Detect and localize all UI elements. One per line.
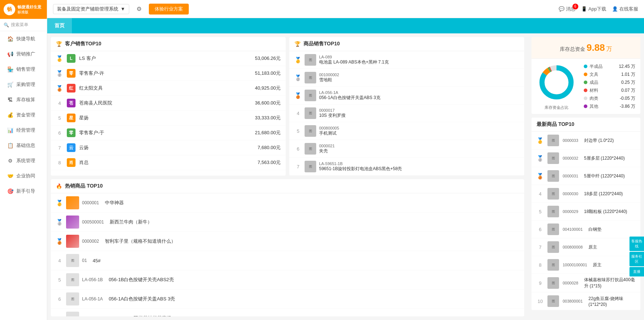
product-thumb: 图 bbox=[547, 152, 559, 164]
customer-service-button[interactable]: 客服热线 bbox=[629, 237, 644, 251]
product-thumb: 图 bbox=[547, 277, 559, 289]
product-thumb: 图 bbox=[547, 135, 559, 146]
sidebar-item-sales[interactable]: 🏪 销售管理 bbox=[0, 62, 47, 77]
list-item: 7 云 云扬 7,680.00元 bbox=[51, 140, 286, 155]
medal-icon: 🥈 bbox=[294, 74, 302, 81]
sidebar-search[interactable]: 🔍 搜索菜单 bbox=[0, 19, 47, 31]
medal-icon: 🥉 bbox=[56, 85, 63, 92]
top-header: 装备及固定资产辅助管理系统 ▼ ⚙ 体验行业方案 💬 消息 6 📱 App下载 … bbox=[47, 0, 644, 18]
sidebar-item-cooperation[interactable]: 🤝 企业协同 bbox=[0, 168, 47, 184]
logo-text: 畅捷通好生意 标准版 bbox=[17, 4, 41, 14]
logo-icon: 畅 bbox=[4, 4, 15, 15]
sidebar-item-system[interactable]: ⚙ 系统管理 bbox=[0, 153, 47, 168]
product-thumb: 图 bbox=[66, 273, 79, 286]
list-item: 🥉 图 LA-056-1A 056-1A白色按键开关盖ABS 3克 bbox=[289, 87, 524, 104]
list-item: 5 星 星扬 33,333.00元 bbox=[51, 111, 286, 126]
product-thumb: 图 bbox=[66, 254, 79, 267]
sidebar-item-shortcut[interactable]: 🏠 快捷导航 bbox=[0, 31, 47, 46]
nav-item-home[interactable]: 首页 bbox=[47, 18, 72, 33]
cooperation-icon: 🤝 bbox=[7, 173, 13, 179]
list-item: 7 图 LA-59651-1B 59651-1B旋转投影灯电池盒ABS黑色+58… bbox=[289, 158, 524, 176]
list-item: 7 图 NB2.0X30B 2.0X30MM双搓花轴搓花直径2.1MM/ROHS bbox=[51, 309, 524, 316]
list-item: 6 零 零售客户-于 21,680.00元 bbox=[51, 126, 286, 140]
main-area: 装备及固定资产辅助管理系统 ▼ ⚙ 体验行业方案 💬 消息 6 📱 App下载 … bbox=[47, 0, 644, 320]
list-item: 5 图 000800005 手机测试 bbox=[289, 122, 524, 140]
product-thumb: 图 bbox=[305, 54, 316, 66]
inventory-chart: 库存资金占比 半成品 12.45 万 文具 1.01 万 bbox=[531, 59, 640, 114]
content-area: 🏆 客户销售TOP10 🥇 L LS 客户 53,006.26元 bbox=[47, 33, 644, 320]
latest-products-header: 最新商品 TOP10 bbox=[531, 118, 640, 132]
sidebar-item-basic[interactable]: 📋 基础信息 bbox=[0, 138, 47, 153]
product-thumb: 图 bbox=[547, 241, 559, 253]
sidebar-item-purchase[interactable]: 🛒 采购管理 bbox=[0, 77, 47, 92]
list-item: 🥇 图 LA-089 电池盖 LA-089 ABS本色+黑种 7.1克 bbox=[289, 51, 524, 69]
list-item: 4 苍 苍南县人民医院 36,600.00元 bbox=[51, 96, 286, 111]
medal-icon: 🥉 bbox=[294, 92, 302, 99]
system-icon: ⚙ bbox=[7, 157, 13, 164]
list-item: 4 图 0000017 10S 变利罗搜 bbox=[289, 104, 524, 122]
product-thumb bbox=[66, 235, 79, 248]
list-item: 🥈 图 001000002 雪地鞋 bbox=[289, 69, 524, 87]
product-thumb bbox=[66, 196, 79, 209]
inventory-total: 库存总资金 9.88 万 bbox=[531, 37, 640, 59]
list-item: 6 图 004100001 白钢垫 bbox=[531, 221, 640, 238]
sidebar-item-guide[interactable]: 🎯 新手引导 bbox=[0, 184, 47, 199]
search-icon: 🔍 bbox=[4, 22, 9, 28]
service-community-button[interactable]: 服务社区 bbox=[629, 252, 644, 266]
home-icon: 🏠 bbox=[7, 36, 13, 42]
list-item: 🥉 红 红太阳文具 40,925.00元 bbox=[51, 81, 286, 96]
list-item: 🥈 000500001 新西兰牛肉（新牛） bbox=[51, 213, 524, 232]
customer-top10-header: 🏆 客户销售TOP10 bbox=[51, 37, 286, 51]
gear-button[interactable]: ⚙ bbox=[134, 4, 144, 15]
customer-list: 🥇 L LS 客户 53,006.26元 🥈 零 零售客户-许 51,183.0… bbox=[51, 51, 286, 170]
fire-icon: 🔥 bbox=[56, 183, 62, 189]
notification-button[interactable]: 💬 消息 6 bbox=[559, 6, 575, 12]
legend-dot bbox=[584, 81, 587, 84]
top-panels-row: 🏆 客户销售TOP10 🥇 L LS 客户 53,006.26元 bbox=[51, 37, 524, 176]
medal-icon: 🥇 bbox=[56, 55, 63, 62]
legend-dot bbox=[584, 104, 587, 108]
chevron-down-icon: ▼ bbox=[121, 6, 125, 12]
sidebar-item-inventory[interactable]: 🏗 库存核算 bbox=[0, 92, 47, 107]
list-item: 🥈 零 零售客户-许 51,183.00元 bbox=[51, 66, 286, 81]
product-thumb: 图 bbox=[547, 259, 559, 271]
sidebar-nav: 🏠 快捷导航 📢 营销推广 🏪 销售管理 🛒 采购管理 🏗 库存核算 💰 资金管… bbox=[0, 31, 47, 320]
list-item: 7 图 000800008 原主 bbox=[531, 238, 640, 256]
product-thumb bbox=[66, 216, 79, 229]
product-thumb: 图 bbox=[305, 107, 316, 119]
product-thumb: 图 bbox=[305, 90, 316, 101]
sidebar-item-operation[interactable]: 📊 经营管理 bbox=[0, 123, 47, 138]
product-thumb: 图 bbox=[305, 125, 316, 137]
product-thumb: 图 bbox=[547, 188, 559, 200]
medal-icon: 🥈 bbox=[56, 70, 63, 77]
finance-icon: 💰 bbox=[7, 112, 13, 118]
legend-item: 文具 1.01 万 bbox=[584, 71, 635, 78]
trial-button[interactable]: 体验行业方案 bbox=[149, 4, 189, 15]
product-thumb: 图 bbox=[66, 292, 79, 305]
latest-products-panel: 最新商品 TOP10 🥇 图 0000033 封边带 (1.0*22) 🥈 图 … bbox=[531, 118, 640, 310]
avatar: 零 bbox=[67, 128, 76, 137]
product-sales-top10-panel: 🏆 商品销售TOP10 🥇 图 LA-089 电池盖 LA-089 ABS本色+… bbox=[289, 37, 524, 176]
list-item: 4 图 0000030 18多层 (1220*2440) bbox=[531, 185, 640, 203]
product-sales-top10-header: 🏆 商品销售TOP10 bbox=[289, 37, 524, 51]
customer-top10-panel: 🏆 客户销售TOP10 🥇 L LS 客户 53,006.26元 bbox=[51, 37, 286, 176]
product-thumb: 图 bbox=[547, 206, 559, 217]
live-button[interactable]: 直播 bbox=[629, 267, 644, 276]
marketing-icon: 📢 bbox=[7, 51, 13, 57]
legend-item: 肉类 -0.05 万 bbox=[584, 95, 635, 102]
legend-item: 半成品 12.45 万 bbox=[584, 63, 635, 70]
list-item: 🥈 图 0000032 5厘多层 (1220*2440) bbox=[531, 149, 640, 167]
medal-icon: 🥉 bbox=[537, 173, 544, 180]
sidebar-item-finance[interactable]: 💰 资金管理 bbox=[0, 107, 47, 123]
list-item: 🥇 L LS 客户 53,006.26元 bbox=[51, 51, 286, 66]
inventory-legend: 半成品 12.45 万 文具 1.01 万 成品 0.25 万 bbox=[584, 63, 635, 110]
system-selector[interactable]: 装备及固定资产辅助管理系统 ▼ bbox=[53, 4, 129, 14]
list-item: 8 图 10000100001 原主 bbox=[531, 256, 640, 274]
sidebar-item-marketing[interactable]: 📢 营销推广 bbox=[0, 46, 47, 62]
avatar: 星 bbox=[67, 114, 76, 122]
list-item: 9 图 0000028 体械嘉枚味苏打饮品400毫升 (1*15) bbox=[531, 274, 640, 292]
product-thumb: 图 bbox=[66, 312, 79, 316]
online-service-button[interactable]: 👤 在线客服 bbox=[612, 6, 638, 12]
app-download-button[interactable]: 📱 App下载 bbox=[581, 6, 606, 12]
avatar: 云 bbox=[67, 143, 76, 152]
